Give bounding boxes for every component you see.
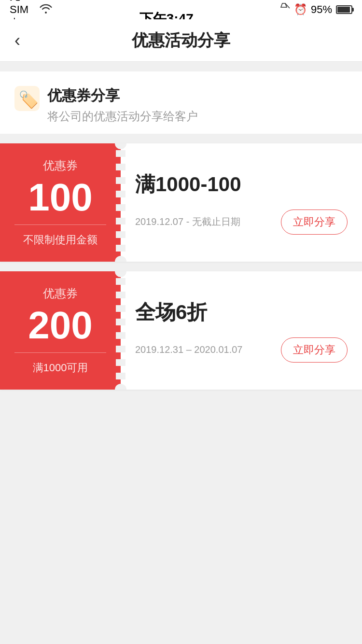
coupon-divider-1: [14, 352, 106, 353]
coupon-divider-0: [14, 224, 106, 225]
coupon-right-0: 满1000-100 2019.12.07 - 无截止日期 立即分享: [121, 143, 362, 262]
coupon-share-icon: 🏷️: [14, 86, 40, 111]
status-right: ⏰ 95%: [280, 3, 352, 16]
section-header: 🏷️ 优惠券分享 将公司的优惠活动分享给客户: [0, 71, 362, 134]
back-button[interactable]: ‹: [14, 30, 20, 51]
status-bar: 无 SIM 卡 下午3:47 ⏰ 95%: [0, 0, 362, 19]
coupon-share-button-0[interactable]: 立即分享: [281, 210, 348, 235]
coupon-card-0: 优惠券 100 不限制使用金额 满1000-100 2019.12.07 - 无…: [0, 143, 362, 262]
coupon-date-1: 2019.12.31 – 2020.01.07: [135, 344, 273, 355]
section-subtitle: 将公司的优惠活动分享给客户: [47, 109, 198, 124]
coupon-name-0: 满1000-100: [135, 171, 348, 198]
coupon-condition-0: 不限制使用金额: [23, 233, 97, 247]
coupon-meta-1: 2019.12.31 – 2020.01.07 立即分享: [135, 337, 348, 363]
coupon-left-0: 优惠券 100 不限制使用金额: [0, 143, 121, 262]
coupon-name-1: 全场6折: [135, 299, 348, 326]
battery-percent: 95%: [311, 3, 332, 16]
coupon-condition-1: 满1000可用: [33, 361, 88, 375]
section-title: 优惠券分享: [47, 86, 198, 106]
coupon-meta-0: 2019.12.07 - 无截止日期 立即分享: [135, 210, 348, 235]
coupon-list: 优惠券 100 不限制使用金额 满1000-100 2019.12.07 - 无…: [0, 143, 362, 399]
page-title: 优惠活动分享: [132, 29, 230, 52]
coupon-card-1: 优惠券 200 满1000可用 全场6折 2019.12.31 – 2020.0…: [0, 271, 362, 390]
alarm-icon: ⏰: [294, 3, 307, 16]
coupon-left-1: 优惠券 200 满1000可用: [0, 271, 121, 390]
coupon-amount-1: 200: [28, 306, 92, 345]
coupon-right-1: 全场6折 2019.12.31 – 2020.01.07 立即分享: [121, 271, 362, 390]
location-icon: [280, 3, 290, 16]
battery-icon: [336, 5, 352, 14]
coupon-label-1: 优惠券: [43, 286, 78, 301]
coupon-date-0: 2019.12.07 - 无截止日期: [135, 215, 273, 228]
section-text: 优惠券分享 将公司的优惠活动分享给客户: [47, 86, 198, 124]
nav-bar: ‹ 优惠活动分享: [0, 19, 362, 62]
wifi-icon: [39, 3, 53, 16]
svg-text:🏷️: 🏷️: [18, 90, 39, 110]
coupon-amount-0: 100: [28, 178, 92, 217]
bottom-area: [0, 399, 362, 641]
coupon-share-button-1[interactable]: 立即分享: [281, 337, 348, 363]
coupon-label-0: 优惠券: [43, 158, 78, 173]
